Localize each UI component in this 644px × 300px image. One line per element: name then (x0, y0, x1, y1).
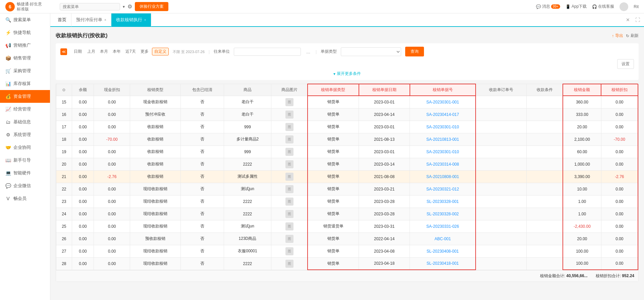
table-wrapper[interactable]: ⚙ 余额 现金折扣 核销类型 包含已结清 商品 商品图片 核销单据类型 核销单据… (56, 84, 638, 270)
tab-home-label: 首页 (58, 17, 66, 23)
app-download-item[interactable]: 📱 App下载 (566, 4, 587, 9)
counterpart-input[interactable] (234, 48, 301, 56)
voucher-link[interactable]: SA-20230301-010 (426, 125, 459, 129)
sidebar-item-member[interactable]: V 畅会员 (0, 192, 50, 205)
voucher-link[interactable]: SL-20230408-001 (427, 249, 459, 254)
sidebar-item-marketing[interactable]: 📢 营销推广 (0, 39, 50, 52)
operations-icon: 📈 (5, 106, 11, 112)
td-cancel-voucher-date: 2023-03-01 (359, 145, 410, 158)
td-cancel-discount: 0.00 (601, 145, 638, 158)
messages-badge: 99+ (551, 4, 560, 9)
td-cancel-voucher-no: SA-20230414-017 (410, 108, 476, 121)
td-cancel-voucher-no: SA-20230321-012 (410, 183, 476, 195)
sidebar-item-operations[interactable]: 📈 经营管理 (0, 103, 50, 116)
th-cancel-voucher-type: 核销单据类型 (308, 84, 359, 96)
online-service-label: 在线客服 (598, 4, 614, 9)
settings-icon[interactable]: ⚙ (127, 3, 132, 10)
td-cancel-type: 收款核销 (130, 121, 180, 133)
sidebar-item-hardware[interactable]: 💻 智能硬件 (0, 167, 50, 179)
date-custom-btn[interactable]: 自定义 (152, 48, 169, 55)
td-cancel-voucher-no: SA-20210808-001 (410, 170, 476, 183)
sidebar-item-quicknav[interactable]: ⚡ 快捷导航 (0, 26, 50, 39)
sidebar-item-inventory[interactable]: 📊 库存核算 (0, 77, 50, 90)
voucher-link[interactable]: SA-20230314-008 (426, 162, 459, 167)
td-include-settled: 否 (180, 158, 224, 170)
sidebar-item-label: 资金管理 (13, 93, 31, 99)
settings-button[interactable]: 设置 (617, 59, 634, 69)
headset-icon: 🎧 (592, 4, 597, 9)
voucher-link[interactable]: SA-20230301-001 (426, 100, 459, 104)
sidebar-item-system[interactable]: ⚙ 系统管理 (0, 128, 50, 141)
td-receipt-cond (527, 183, 563, 195)
td-cancel-amount: 1.00 (563, 195, 601, 208)
logo-icon: 6 (5, 2, 15, 11)
tab-close-all-icon[interactable]: ✕ (625, 16, 631, 24)
td-goods-img: 图 (271, 108, 308, 121)
date-btn-7days[interactable]: 近7天 (124, 48, 137, 55)
voucher-link[interactable]: SL-20230418-001 (427, 261, 459, 266)
date-btn-last-month[interactable]: 上月 (86, 48, 97, 55)
sidebar-item-enterprise[interactable]: 🤝 企业协同 (0, 141, 50, 154)
voucher-link[interactable]: SA-20230321-012 (426, 187, 459, 191)
tab-maximize-icon[interactable]: ⛶ (634, 16, 641, 24)
sidebar-item-search[interactable]: 🔍 搜索菜单 (0, 13, 50, 26)
td-cancel-type: 现结收款核销 (130, 245, 180, 257)
th-cancel-type: 核销类型 (130, 84, 180, 96)
td-goods-img: 图 (271, 96, 308, 108)
sidebar-item-guide[interactable]: 📖 新手引导 (0, 154, 50, 167)
sidebar-item-sales[interactable]: 📦 销售管理 (0, 52, 50, 65)
voucher-link[interactable]: SA-20210808-001 (426, 174, 459, 179)
messages-item[interactable]: 💬 消息 99+ (536, 4, 560, 9)
th-gear[interactable]: ⚙ (56, 84, 72, 96)
voucher-link[interactable]: SA-20230331-026 (426, 224, 459, 229)
online-service-item[interactable]: 🎧 在线客服 (592, 4, 614, 9)
td-goods: 123D商品 (224, 232, 271, 245)
voucher-link[interactable]: SA-20230414-017 (426, 112, 459, 117)
td-remainder: 0.00 (72, 170, 94, 183)
avatar[interactable] (620, 2, 628, 11)
td-cancel-type: 现结收款核销 (130, 257, 180, 270)
export-label: 导出 (615, 33, 623, 39)
voucher-link[interactable]: ABC-001 (434, 237, 451, 241)
voucher-type-select[interactable] (341, 47, 401, 56)
td-receipt-order-no (476, 208, 526, 220)
tab-receipt[interactable]: 收款核销执行 × (111, 13, 151, 27)
td-goods-img: 图 (271, 145, 308, 158)
sidebar-item-finance[interactable]: 💰 资金管理 (0, 90, 50, 103)
sidebar-item-weixin[interactable]: 💬 企业微信 (0, 179, 50, 192)
voucher-link[interactable]: SA-20210813-001 (426, 137, 459, 142)
dropdown-arrow-icon[interactable]: ▾ (123, 4, 125, 9)
tab-prepay-close[interactable]: × (104, 18, 106, 22)
sidebar-item-basic-info[interactable]: 🗂 基础信息 (0, 116, 50, 128)
sidebar-item-label: 基础信息 (13, 119, 31, 125)
expand-more-btn[interactable]: ▾ 展开更多条件 (60, 71, 634, 77)
voucher-link[interactable]: SL-20230328-001 (427, 199, 459, 204)
date-btn-this-year[interactable]: 本年 (111, 48, 122, 55)
collapse-button[interactable]: ≪ (60, 48, 67, 55)
filter-row-1: ≪ 日期 上月 本月 本年 近7天 更多 自定义 不限 至 2023-07-26… (60, 47, 634, 56)
user-label: Rit (634, 4, 639, 9)
voucher-link[interactable]: SL-20230328-002 (427, 212, 459, 216)
th-receipt-order-no: 收款单订单号 (476, 84, 526, 96)
search-input[interactable] (60, 3, 120, 10)
industry-button[interactable]: 休验行业方案 (135, 2, 168, 11)
td-id: 15 (56, 96, 72, 108)
export-button[interactable]: ↑ 导出 (612, 33, 623, 39)
counterpart-dots[interactable]: ... (306, 49, 310, 54)
th-goods: 商品 (224, 84, 271, 96)
date-btn-more[interactable]: 更多 (139, 48, 150, 55)
content-area: 首页 预付冲应付单 × 收款核销执行 × ✕ ⛶ 收款核销执行(按收款) (50, 13, 644, 300)
td-cancel-voucher-date: 2023-03-14 (359, 158, 410, 170)
voucher-link[interactable]: SA-20230301-010 (426, 149, 459, 154)
tab-receipt-close[interactable]: × (144, 18, 146, 22)
tab-home[interactable]: 首页 (53, 13, 71, 27)
sidebar-item-purchase[interactable]: 🛒 采购管理 (0, 65, 50, 77)
sidebar-item-label: 营销推广 (13, 42, 31, 48)
td-include-settled: 否 (180, 183, 224, 195)
query-button[interactable]: 查询 (405, 47, 424, 56)
refresh-button[interactable]: ↻ 刷新 (626, 33, 639, 39)
date-btn-this-month[interactable]: 本月 (99, 48, 109, 55)
tab-prepay[interactable]: 预付冲应付单 × (71, 13, 111, 27)
main-layout: 🔍 搜索菜单 ⚡ 快捷导航 📢 营销推广 📦 销售管理 🛒 采购管理 📊 库存核… (0, 13, 644, 300)
footer-cancel-amount: 核销金额合计: 40,556,66... (540, 273, 588, 279)
